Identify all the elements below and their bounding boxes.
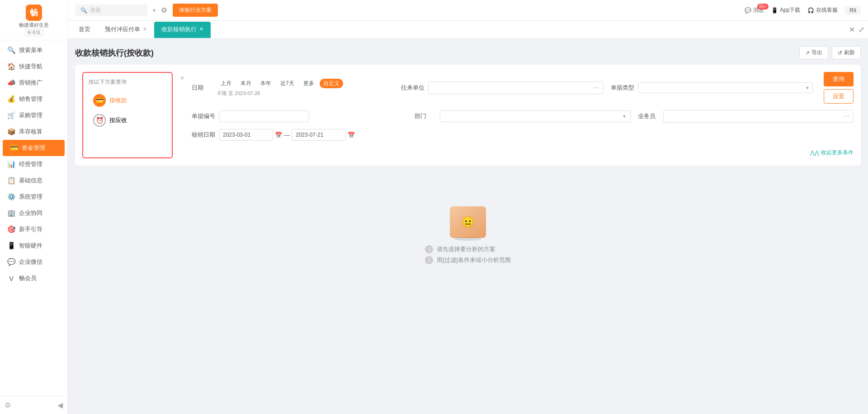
sidebar-item-label: 系统管理 — [19, 193, 42, 201]
sidebar-item-hardware[interactable]: 📱 智能硬件 — [0, 238, 67, 254]
sidebar-item-purchase[interactable]: 🛒 采购管理 — [0, 107, 67, 124]
bill-type-select[interactable]: ▾ — [638, 82, 813, 93]
filter-scheme-selector: 按以下方案查询 💳 按收款 ⏰ 按应收 — [82, 72, 173, 158]
sidebar-item-inventory[interactable]: 📦 库存核算 — [0, 124, 67, 140]
main-area: 🔍 搜索 ▾ ⚙ 体验行业方案 💬 消息 99+ 📱 App下载 🎧 在线客服 … — [68, 0, 868, 414]
bill-no-input[interactable] — [219, 110, 309, 122]
page-actions: ↗ 导出 ↺ 刷新 — [799, 46, 861, 59]
sidebar-item-label: 搜索菜单 — [19, 46, 42, 54]
tabbar-expand-icon[interactable]: ⤢ — [859, 25, 864, 34]
page-content: 收款核销执行(按收款) ↗ 导出 ↺ 刷新 按以下方案查询 💳 按收款 — [68, 39, 868, 414]
date-label: 日期 — [192, 84, 213, 92]
empty-hint-2: 2 用[过滤]条件来缩小分析范围 — [425, 256, 510, 264]
hint-num-2: 2 — [425, 256, 433, 264]
verify-date-start-input[interactable] — [219, 129, 273, 141]
message-btn[interactable]: 💬 消息 99+ — [745, 6, 764, 14]
filter-option-receipt-label: 按收款 — [109, 96, 127, 105]
empty-face-icon: 😐 — [461, 216, 475, 228]
collapse-panel-btn[interactable]: » — [178, 72, 186, 81]
sidebar-item-quick-nav[interactable]: 🏠 快捷导航 — [0, 58, 67, 75]
empty-hint-1: 1 请先选择要分析的方案 — [425, 245, 510, 253]
sidebar-item-label: 库存核算 — [19, 128, 42, 136]
sidebar-item-system[interactable]: ⚙️ 系统管理 — [0, 189, 67, 205]
operation-icon: 📊 — [7, 160, 15, 168]
dept-label: 部门 — [415, 112, 436, 120]
settings-btn[interactable]: 设置 — [824, 89, 854, 104]
counterparty-dots-icon: ··· — [593, 84, 599, 92]
sidebar-item-enterprise[interactable]: 🏢 企业协同 — [0, 205, 67, 221]
sidebar-item-search[interactable]: 🔍 搜索菜单 — [0, 42, 67, 58]
export-btn[interactable]: ↗ 导出 — [799, 46, 828, 59]
hardware-icon: 📱 — [7, 242, 15, 250]
guide-icon: 🎯 — [7, 225, 15, 233]
sidebar-item-label: 新手引导 — [19, 225, 42, 233]
verify-date-range: 📅 — 📅 — [219, 129, 355, 141]
tabbar-right: ✕ ⤢ — [849, 25, 864, 34]
page-title: 收款核销执行(按收款) — [75, 48, 154, 58]
filter-option-receipt[interactable]: 💳 按收款 — [89, 90, 166, 110]
date-tab-group: 上月 本月 本年 近7天 更多 自定义 — [217, 79, 343, 88]
collapse-sidebar-icon[interactable]: ◀ — [57, 401, 63, 409]
sidebar-bottom: ⚙ ◀ — [0, 396, 67, 414]
filter-row-1: 日期 上月 本月 本年 近7天 更多 自定义 不限 至 2023-07-26 — [192, 72, 854, 104]
filter-option-receivable[interactable]: ⏰ 按应收 — [89, 110, 166, 130]
purchase-icon: 🛒 — [7, 111, 15, 119]
sidebar-item-wechat[interactable]: 💬 企业微信 — [0, 254, 67, 270]
sidebar-item-member[interactable]: V 畅会员 — [0, 270, 67, 286]
tab-collection-close-icon[interactable]: ✕ — [199, 26, 203, 32]
date-tab-last-month[interactable]: 上月 — [217, 79, 235, 88]
system-icon: ⚙️ — [7, 193, 15, 201]
app-download-btn[interactable]: 📱 App下载 — [771, 6, 800, 14]
topbar-chevron-icon[interactable]: ▾ — [153, 7, 156, 14]
online-service-btn[interactable]: 🎧 在线客服 — [807, 6, 838, 14]
sidebar-item-label: 销售管理 — [19, 95, 42, 103]
receipt-scheme-icon: 💳 — [93, 94, 106, 107]
verify-date-end-input[interactable] — [292, 129, 346, 141]
export-icon: ↗ — [805, 50, 810, 56]
empty-state: 😐 1 请先选择要分析的方案 2 用[过滤]条件来缩小分析范围 — [75, 166, 861, 294]
tab-collection[interactable]: 收款核销执行 ✕ — [154, 22, 211, 38]
empty-illustration: 😐 — [445, 193, 491, 238]
sidebar-item-guide[interactable]: 🎯 新手引导 — [0, 221, 67, 238]
inventory-icon: 📦 — [7, 128, 15, 136]
staff-input[interactable]: ··· — [663, 110, 854, 123]
settings-bottom-icon[interactable]: ⚙ — [5, 401, 11, 409]
sidebar-item-label: 营销推广 — [19, 79, 42, 87]
tab-prepay[interactable]: 预付冲应付单 ✕ — [98, 22, 154, 38]
dept-select[interactable]: ▾ — [440, 110, 630, 122]
sidebar-item-label: 畅会员 — [19, 274, 37, 282]
solution-btn[interactable]: 体验行业方案 — [173, 4, 218, 17]
home-icon: 🏠 — [7, 62, 15, 71]
date-tab-7days[interactable]: 近7天 — [277, 79, 298, 88]
search-icon: 🔍 — [80, 7, 87, 14]
sidebar-item-operation[interactable]: 📊 经营管理 — [0, 156, 67, 172]
topbar-gear-icon[interactable]: ⚙ — [161, 6, 167, 14]
page-header: 收款核销执行(按收款) ↗ 导出 ↺ 刷新 — [75, 46, 861, 59]
cal-start-icon[interactable]: 📅 — [275, 132, 282, 138]
collapse-more-btn[interactable]: ⋀⋀ 收起更多条件 — [192, 147, 854, 158]
date-tab-custom[interactable]: 自定义 — [320, 79, 343, 88]
counterparty-input[interactable]: ··· — [428, 81, 603, 94]
cal-end-icon[interactable]: 📅 — [348, 132, 355, 138]
scheme-title: 按以下方案查询 — [89, 78, 166, 86]
filter-field-staff: 业务员 ··· — [638, 110, 854, 123]
sidebar-item-marketing[interactable]: 📣 营销推广 — [0, 75, 67, 91]
hint-num-1: 1 — [425, 245, 433, 253]
tab-prepay-close-icon[interactable]: ✕ — [143, 26, 147, 32]
refresh-btn[interactable]: ↺ 刷新 — [832, 46, 861, 59]
tabbar-close-all-icon[interactable]: ✕ — [849, 25, 855, 34]
tab-home[interactable]: 首页 — [71, 22, 98, 38]
filter-panel: 按以下方案查询 💳 按收款 ⏰ 按应收 » 日期 — [75, 65, 861, 166]
topbar-search-bar[interactable]: 🔍 搜索 — [75, 5, 147, 16]
date-tab-this-year[interactable]: 本年 — [257, 79, 275, 88]
date-tab-more[interactable]: 更多 — [300, 79, 318, 88]
sidebar-item-sales[interactable]: 💰 销售管理 — [0, 91, 67, 107]
basics-icon: 📋 — [7, 176, 15, 185]
sidebar-item-basics[interactable]: 📋 基础信息 — [0, 172, 67, 189]
query-btn[interactable]: 查询 — [824, 72, 854, 86]
message-badge: 99+ — [757, 4, 769, 10]
sidebar-item-finance[interactable]: 💳 资金管理 — [3, 140, 65, 156]
date-tab-this-month[interactable]: 本月 — [237, 79, 255, 88]
user-menu[interactable]: Rit — [845, 6, 861, 15]
tab-home-label: 首页 — [79, 25, 90, 33]
